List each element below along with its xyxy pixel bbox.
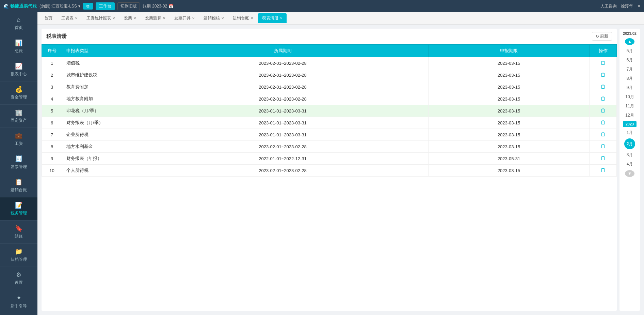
sidebar-item-tax[interactable]: 📝 税务管理 xyxy=(0,197,37,221)
tab-invoice-calc[interactable]: 发票测算 ✕ xyxy=(141,13,170,23)
consult-btn[interactable]: 人工咨询 xyxy=(600,3,617,9)
action-icon[interactable]: 🗒 xyxy=(600,96,606,102)
company-selector[interactable]: (勿删) 江西股宝-LSS ▾ xyxy=(39,3,80,9)
guide-icon: ✦ xyxy=(16,294,21,302)
cell-action[interactable]: 🗒 xyxy=(590,81,617,93)
cell-period: 2023-01-01~2023-03-31 xyxy=(137,117,429,129)
cell-period: 2023-02-01~2023-02-28 xyxy=(137,93,429,105)
cell-period: 2023-02-01~2023-02-28 xyxy=(137,141,429,153)
action-icon[interactable]: 🗒 xyxy=(600,108,606,114)
cell-action[interactable]: 🗒 xyxy=(590,105,617,117)
cell-action[interactable]: 🗒 xyxy=(590,129,617,141)
cell-action[interactable]: 🗒 xyxy=(590,93,617,105)
tab-invoice-open-close[interactable]: ✕ xyxy=(192,16,195,20)
cell-type: 地方水利基金 xyxy=(62,141,137,153)
cal-month-8[interactable]: 8月 xyxy=(619,74,640,83)
sidebar-item-wages[interactable]: 💼 工资 xyxy=(0,128,37,151)
action-icon[interactable]: 🗒 xyxy=(600,120,606,125)
tab-sales-ledger[interactable]: 进销台账 ✕ xyxy=(229,13,257,23)
tab-wages[interactable]: 工资表 ✕ xyxy=(57,13,82,23)
calendar-scroll-down[interactable]: ▼ xyxy=(625,170,634,177)
reconcile-icon: 📋 xyxy=(15,178,22,186)
sidebar-item-archive[interactable]: 📁 归档管理 xyxy=(0,244,37,267)
sidebar-item-reconcile[interactable]: 📋 进销台账 xyxy=(0,174,37,197)
table-row: 8 地方水利基金 2023-02-01~2023-02-28 2023-03-1… xyxy=(42,141,617,153)
calendar-scroll-up[interactable]: ▲ xyxy=(625,38,634,45)
sidebar-item-report[interactable]: 📈 报表中心 xyxy=(0,58,37,81)
tab-invoice-open[interactable]: 发票开具 ✕ xyxy=(170,13,199,23)
workbench-btn[interactable]: 工作台 xyxy=(96,2,115,10)
action-icon[interactable]: 🗒 xyxy=(600,167,606,173)
sidebar-item-assets[interactable]: 🏢 固定资产 xyxy=(0,105,37,128)
cell-no: 7 xyxy=(42,129,62,141)
tab-home[interactable]: 首页 xyxy=(40,13,57,23)
tab-bar: 首页 工资表 ✕ 工资统计报表 ✕ 发票 ✕ 发票测算 ✕ 发票开具 ✕ xyxy=(37,12,644,25)
cell-deadline: 2023-03-15 xyxy=(429,165,590,177)
sidebar-item-guide[interactable]: ✦ 新手引导 xyxy=(0,290,37,313)
tax-table: 序号 申报表类型 所属期间 申报期限 操作 1 增值税 2023-02-01~2… xyxy=(42,44,617,177)
sidebar-item-ledger[interactable]: 📊 总账 xyxy=(0,35,37,58)
cal-month-3[interactable]: 3月 xyxy=(619,150,640,160)
logo-icon: 🌊 xyxy=(3,4,9,9)
assets-icon: 🏢 xyxy=(15,109,22,116)
cal-month-10[interactable]: 10月 xyxy=(619,92,640,102)
cell-action[interactable]: 🗒 xyxy=(590,57,617,69)
action-icon[interactable]: 🗒 xyxy=(600,84,606,90)
wages-icon: 💼 xyxy=(15,132,22,139)
cal-month-9[interactable]: 9月 xyxy=(619,83,640,92)
cell-action[interactable]: 🗒 xyxy=(590,117,617,129)
action-icon[interactable]: 🗒 xyxy=(600,60,606,66)
sidebar-item-home[interactable]: ⌂ 首页 xyxy=(0,12,37,35)
cal-month-6[interactable]: 6月 xyxy=(619,56,640,65)
funds-icon: 💰 xyxy=(15,86,22,93)
tab-invoice-calc-close[interactable]: ✕ xyxy=(163,16,165,20)
close-icon[interactable]: ✕ xyxy=(637,4,641,9)
copy-btn[interactable]: ⧉ xyxy=(83,3,93,10)
tab-sales-check-close[interactable]: ✕ xyxy=(221,16,224,20)
cal-month-12[interactable]: 12月 xyxy=(619,111,640,120)
cal-year-2023[interactable]: 2023 xyxy=(623,121,637,127)
cell-action[interactable]: 🗒 xyxy=(590,165,617,177)
cell-no: 9 xyxy=(42,153,62,165)
action-icon[interactable]: 🗒 xyxy=(600,132,606,137)
cal-month-1[interactable]: 1月 xyxy=(619,128,640,137)
cell-period: 2023-01-01~2023-03-31 xyxy=(137,105,429,117)
col-period: 所属期间 xyxy=(137,45,429,57)
cal-month-5[interactable]: 5月 xyxy=(619,46,640,56)
user-name[interactable]: 徐淳华 xyxy=(621,3,633,9)
sidebar-label-home: 首页 xyxy=(15,25,23,31)
cal-month-7[interactable]: 7月 xyxy=(619,65,640,74)
sidebar-label-assets: 固定资产 xyxy=(11,118,27,123)
sidebar-item-member[interactable]: ♦ 畅会员 xyxy=(0,313,37,315)
sidebar-item-settings[interactable]: ⚙ 设置 xyxy=(0,267,37,290)
cal-month-11[interactable]: 11月 xyxy=(619,102,640,111)
tab-sales-check[interactable]: 进销稽核 ✕ xyxy=(199,13,228,23)
cell-action[interactable]: 🗒 xyxy=(590,153,617,165)
calendar-icon[interactable]: 📅 xyxy=(168,4,174,9)
cell-action[interactable]: 🗒 xyxy=(590,69,617,81)
tab-invoice-close[interactable]: ✕ xyxy=(133,16,136,20)
tax-icon: 📝 xyxy=(15,201,22,209)
tab-wage-stat-close[interactable]: ✕ xyxy=(112,16,115,20)
action-icon[interactable]: 🗒 xyxy=(600,155,606,161)
tab-wages-close[interactable]: ✕ xyxy=(75,16,78,20)
sidebar-item-invoice[interactable]: 🧾 发票管理 xyxy=(0,151,37,174)
sidebar-item-settle[interactable]: 🔖 结账 xyxy=(0,221,37,244)
tab-invoice[interactable]: 发票 ✕ xyxy=(120,13,140,23)
tab-wage-stat[interactable]: 工资统计报表 ✕ xyxy=(82,13,119,23)
sidebar-item-funds[interactable]: 💰 资金管理 xyxy=(0,81,37,105)
cell-deadline: 2023-03-15 xyxy=(429,81,590,93)
switch-old-btn[interactable]: 切到旧版 xyxy=(117,2,140,10)
cell-action[interactable]: 🗒 xyxy=(590,141,617,153)
action-icon[interactable]: 🗒 xyxy=(600,144,606,149)
cal-month-4[interactable]: 4月 xyxy=(619,160,640,169)
tab-tax-register-close[interactable]: ✕ xyxy=(280,16,283,20)
refresh-btn[interactable]: ↻ 刷新 xyxy=(592,32,612,41)
main-layout: ⌂ 首页 📊 总账 📈 报表中心 💰 资金管理 🏢 固定资产 💼 工资 🧾 发票… xyxy=(0,12,644,315)
tab-tax-register[interactable]: 税表清册 ✕ xyxy=(258,13,287,23)
tab-sales-ledger-close[interactable]: ✕ xyxy=(251,16,253,20)
cell-no: 5 xyxy=(42,105,62,117)
action-icon[interactable]: 🗒 xyxy=(600,72,606,78)
cal-month-2-active[interactable]: 2月 xyxy=(624,138,635,149)
company-dropdown-icon[interactable]: ▾ xyxy=(78,4,80,9)
